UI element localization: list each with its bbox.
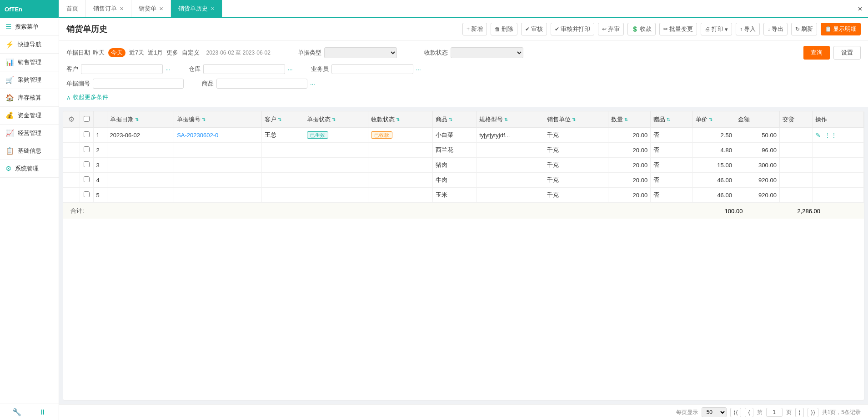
audit-button[interactable]: ✔ 审核 [521,23,547,35]
row-checkbox[interactable] [84,161,90,167]
export-button[interactable]: ↓ 导出 [763,23,788,35]
th-sales-unit[interactable]: 销售单位 ⇅ [544,111,608,128]
tab-delivery-history[interactable]: 销货单历史 ✕ [171,0,222,17]
next-page-button[interactable]: ⟩ [795,408,804,417]
delete-button[interactable]: 🗑 删除 [491,23,517,35]
doc-type-select[interactable] [324,47,397,58]
prev-page-button[interactable]: ⟨ [745,408,753,417]
date-shortcut-custom[interactable]: 自定义 [182,49,200,57]
salesperson-input[interactable] [331,64,413,74]
sidebar-item-quick-nav[interactable]: ⚡ 快捷导航 [0,36,59,54]
th-gift[interactable]: 赠品 ⇅ [651,111,693,128]
sidebar-item-search-menu[interactable]: ☰ 搜索菜单 [0,18,59,36]
query-button[interactable]: 查询 [803,46,830,60]
column-settings-icon[interactable]: ⚙ [68,115,75,123]
sidebar-item-sales-mgmt[interactable]: 📊 销售管理 [0,54,59,71]
warehouse-label: 仓库 [189,65,201,73]
cell-checkbox[interactable] [80,143,93,158]
customer-ellipsis[interactable]: ··· [166,66,171,73]
date-shortcut-last7days[interactable]: 近7天 [129,49,144,57]
collapse-filter-button[interactable]: ∧ 收起更多条件 [66,93,861,101]
th-product[interactable]: 商品 ⇅ [432,111,477,128]
tab-delivery[interactable]: 销货单 ✕ [131,0,171,17]
date-shortcut-today[interactable]: 今天 [108,48,125,57]
collect-button[interactable]: 💲 收款 [627,23,656,35]
show-details-button[interactable]: 📋 显示明细 [821,23,861,35]
product-ellipsis[interactable]: ··· [310,80,315,87]
th-customer[interactable]: 客户 ⇅ [262,111,304,128]
print-button[interactable]: 🖨 打印 ▾ [701,23,732,35]
page-number-input[interactable] [766,408,783,417]
abandon-button[interactable]: ↩ 弃审 [598,23,624,35]
th-doc-number[interactable]: 单据编号 ⇅ [174,111,262,128]
row-checkbox[interactable] [84,146,90,152]
row-checkbox[interactable] [84,176,90,182]
cell-checkbox[interactable] [80,188,93,203]
sidebar-item-basic-info[interactable]: 📋 基础信息 [0,142,59,160]
refresh-button[interactable]: ↻ 刷新 [791,23,817,35]
doc-number-link[interactable]: SA-20230602-0 [177,132,218,139]
sidebar-bottom: 🔧 ⏸ [0,404,59,420]
th-quantity[interactable]: 数量 ⇅ [608,111,651,128]
customer-input[interactable] [81,64,163,74]
doc-number-input[interactable] [93,79,184,89]
collect-status-select[interactable] [451,47,523,58]
cell-collect-status [368,143,432,158]
warehouse-input[interactable] [203,64,285,74]
cell-product: 牛肉 [432,173,477,188]
tab-sales-order[interactable]: 销售订单 ✕ [86,0,131,17]
set-button[interactable]: 设置 [833,46,861,60]
th-collect-status[interactable]: 收款状态 ⇅ [368,111,432,128]
cell-doc-number [174,188,262,203]
quick-nav-icon: ⚡ [5,40,14,49]
customer-label: 客户 [66,65,78,73]
product-input[interactable] [216,79,307,89]
sidebar-item-purchase-mgmt[interactable]: 🛒 采购管理 [0,71,59,89]
warehouse-ellipsis[interactable]: ··· [288,66,293,73]
th-settings[interactable]: ⚙ [63,111,80,128]
import-button[interactable]: ↑ 导入 [736,23,760,35]
unit-price-sort-icon: ⇅ [709,117,712,122]
add-button[interactable]: + 新增 [462,23,487,35]
date-shortcut-more[interactable]: 更多 [166,49,178,57]
date-shortcut-last1month[interactable]: 近1月 [148,49,163,57]
sidebar-item-sys-mgmt[interactable]: ⚙ 系统管理 [0,160,59,178]
cell-doc-number[interactable]: SA-20230602-0 [174,128,262,143]
cell-product: 西兰花 [432,143,477,158]
sidebar-item-inventory-calc[interactable]: 🏠 库存核算 [0,89,59,107]
settings-bottom-icon[interactable]: 🔧 [12,408,21,416]
th-doc-status[interactable]: 单据状态 ⇅ [304,111,368,128]
last-page-button[interactable]: ⟩⟩ [808,408,818,417]
edit-op-icon[interactable]: ✎ [815,131,821,139]
sidebar-item-label: 资金管理 [18,111,41,120]
per-page-select[interactable]: 50 100 [702,407,727,417]
close-all-tabs-button[interactable]: ✕ [852,0,868,17]
more-op-icon[interactable]: ⋮⋮ [824,131,837,139]
th-checkbox[interactable] [80,111,93,128]
th-spec-type[interactable]: 规格型号 ⇅ [477,111,544,128]
collapse-label: 收起更多条件 [73,93,108,101]
row-checkbox[interactable] [84,131,90,137]
audit-print-button[interactable]: ✔ 审核并打印 [551,23,594,35]
tab-sales-order-close[interactable]: ✕ [120,6,124,12]
th-doc-date[interactable]: 单据日期 ⇅ [107,111,174,128]
cell-checkbox[interactable] [80,128,93,143]
cell-checkbox[interactable] [80,173,93,188]
tab-delivery-close[interactable]: ✕ [159,6,163,12]
select-all-checkbox[interactable] [84,116,90,122]
cell-settings [63,188,80,203]
row-checkbox[interactable] [84,191,90,197]
pause-bottom-icon[interactable]: ⏸ [39,408,46,416]
sidebar-item-ops-mgmt[interactable]: 📈 经营管理 [0,125,59,142]
tab-delivery-history-close[interactable]: ✕ [211,6,215,12]
first-page-button[interactable]: ⟨⟨ [730,408,741,417]
salesperson-ellipsis[interactable]: ··· [416,66,421,73]
th-unit-price[interactable]: 单价 ⇅ [693,111,735,128]
doc-status-badge: 已生效 [307,131,328,139]
cell-checkbox[interactable] [80,158,93,173]
sidebar-item-fund-mgmt[interactable]: 💰 资金管理 [0,107,59,125]
date-shortcut-yesterday[interactable]: 昨天 [93,49,105,57]
tab-home[interactable]: 首页 [59,0,86,17]
th-doc-status-label: 单据状态 [307,115,331,124]
batch-change-button[interactable]: ✏ 批量变更 [659,23,697,35]
